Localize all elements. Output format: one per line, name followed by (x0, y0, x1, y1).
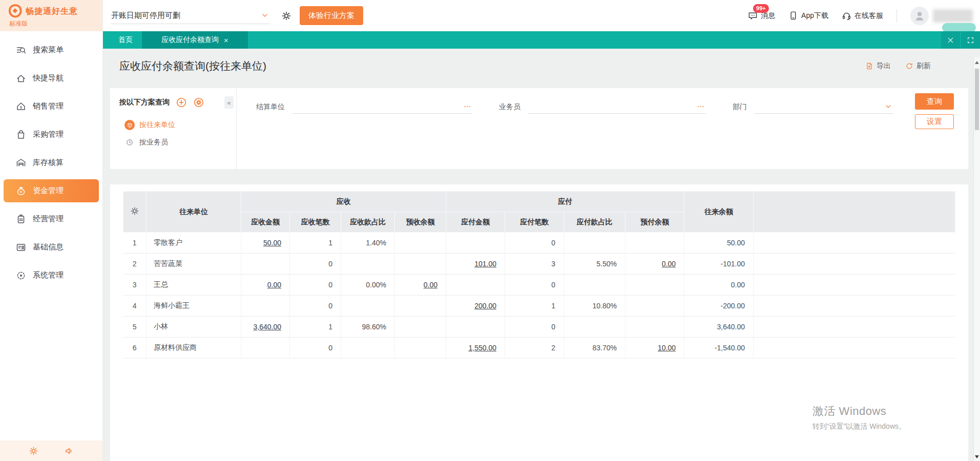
pre-pay-balance (625, 275, 684, 296)
tab-balance-query[interactable]: 应收应付余额查询 × (142, 31, 248, 49)
pre-pay-balance[interactable]: 10.00 (625, 338, 684, 359)
sidebar-item-sales[interactable]: $ 销售管理 (4, 95, 99, 118)
pre-receive-balance[interactable]: 0.00 (395, 275, 446, 296)
receivable-amount (241, 254, 290, 275)
chevron-down-icon[interactable] (884, 102, 892, 111)
field-input[interactable] (754, 99, 893, 114)
ellipsis-icon[interactable] (697, 102, 705, 111)
receivable-count: 0 (290, 254, 341, 275)
refresh-label: 刷新 (916, 61, 931, 71)
payable-ratio-header: 应付款占比 (564, 212, 625, 233)
entity-name: 零散客户 (147, 233, 241, 254)
online-service-button[interactable]: 在线客服 (842, 11, 883, 20)
cube-icon (124, 120, 135, 130)
payable-count-header: 应付笔数 (505, 212, 564, 233)
fullscreen-icon[interactable] (961, 31, 980, 49)
sidebar-item-label: 库存核算 (33, 158, 64, 167)
payable-group-header: 应付 (446, 192, 684, 212)
receivable-count: 0 (290, 338, 341, 359)
sidebar-item-operations[interactable]: 经营管理 (4, 207, 99, 230)
row-index: 4 (123, 296, 147, 317)
scheme-label: 按业务员 (139, 138, 168, 147)
vertical-scrollbar[interactable] (973, 57, 980, 461)
message-badge: 99+ (753, 4, 769, 13)
scheme-settings-gear-icon[interactable] (193, 97, 204, 108)
payable-amount[interactable]: 101.00 (446, 254, 505, 275)
sidebar-item-purchase[interactable]: 采购管理 (4, 123, 99, 146)
app-download-button[interactable]: App下载 (788, 11, 828, 20)
topbar: 开账日期可停用可删 体验行业方案 99+ 消息 App下载 在线客服 (103, 0, 980, 31)
payable-amount (446, 233, 505, 254)
pre-receive-balance-header: 预收余额 (395, 212, 446, 233)
pre-pay-balance (625, 296, 684, 317)
scrollbar-thumb[interactable] (975, 69, 979, 130)
collapse-panel-icon[interactable]: « (224, 96, 234, 109)
scheme-label: 按往来单位 (139, 120, 175, 130)
export-button[interactable]: 导出 (865, 61, 891, 71)
sidebar-item-base-info[interactable]: 基础信息 (4, 236, 99, 259)
query-button[interactable]: 查询 (915, 93, 954, 110)
tab-close-icon[interactable]: × (224, 36, 228, 44)
messages-button[interactable]: 99+ 消息 (748, 11, 775, 20)
announcement-speaker-icon[interactable] (65, 446, 74, 456)
sidebar-item-home[interactable]: 快捷导航 (4, 67, 99, 90)
sidebar-item-system[interactable]: 系统管理 (4, 264, 99, 287)
receivable-amount[interactable]: 50.00 (241, 233, 290, 254)
sidebar-item-label: 快捷导航 (33, 73, 64, 83)
base-info-icon (16, 242, 26, 253)
field-input[interactable] (292, 99, 472, 114)
filter-field-0: 结算单位 (256, 99, 472, 114)
pre-receive-balance (395, 338, 446, 359)
column-settings-gear-icon[interactable] (130, 206, 139, 216)
payable-amount[interactable]: 200.00 (446, 296, 505, 317)
receivable-ratio: 0.00% (341, 275, 395, 296)
current-balance: 3,640.00 (684, 317, 754, 338)
brand-logo-area: 畅捷通好生意 标准版 (0, 0, 102, 31)
sidebar-item-funds[interactable]: ¥ 资金管理 (4, 179, 99, 202)
scheme-item[interactable]: 按往来单位 (124, 118, 236, 132)
account-set-label: 开账日期可停用可删 (111, 11, 180, 20)
scheme-item[interactable]: 按业务员 (124, 136, 236, 149)
row-index: 3 (123, 275, 147, 296)
username-redacted (933, 9, 973, 23)
receivable-ratio-header: 应收款占比 (341, 212, 395, 233)
settings-gear-icon[interactable] (29, 446, 38, 456)
field-input[interactable] (528, 99, 706, 114)
settings-button[interactable]: 设置 (915, 114, 954, 129)
home-icon (16, 73, 26, 83)
inventory-icon (16, 158, 26, 168)
user-account-menu[interactable] (910, 7, 973, 25)
search-menu-icon (16, 45, 26, 55)
empty-cell (754, 317, 955, 338)
close-all-tabs-icon[interactable] (941, 31, 960, 49)
pre-pay-balance[interactable]: 0.00 (625, 254, 684, 275)
scroll-up-arrow-icon[interactable] (975, 61, 979, 64)
table-row: 4 海鲜小霸王0200.00110.80%-200.00 (123, 296, 955, 317)
table-row: 2 苦苦蔬菜0101.0035.50%0.00-101.00 (123, 254, 955, 275)
row-index: 5 (123, 317, 147, 338)
account-settings-gear-icon[interactable] (281, 11, 291, 21)
payable-amount[interactable]: 1,550.00 (446, 338, 505, 359)
receivable-amount[interactable]: 3,640.00 (241, 317, 290, 338)
payable-ratio (564, 275, 625, 296)
pre-receive-balance (395, 296, 446, 317)
sidebar-item-label: 资金管理 (33, 186, 64, 196)
pre-receive-balance (395, 233, 446, 254)
scroll-down-arrow-icon[interactable] (975, 455, 979, 458)
payable-count: 3 (505, 254, 564, 275)
tab-home[interactable]: 首页 (109, 31, 142, 49)
sidebar-item-search-menu[interactable]: 搜索菜单 (4, 38, 99, 61)
add-scheme-icon[interactable] (176, 97, 187, 108)
sales-icon: $ (16, 101, 26, 112)
industry-solution-button[interactable]: 体验行业方案 (300, 6, 363, 25)
receivable-amount[interactable]: 0.00 (241, 275, 290, 296)
account-set-dropdown[interactable]: 开账日期可停用可删 (110, 8, 270, 24)
field-label: 结算单位 (256, 102, 285, 112)
ellipsis-icon[interactable] (463, 102, 471, 111)
refresh-button[interactable]: 刷新 (905, 61, 931, 71)
sidebar-item-inventory[interactable]: 库存核算 (4, 151, 99, 174)
tab-label: 应收应付余额查询 (161, 35, 219, 45)
chevron-down-icon (261, 11, 269, 19)
watermark-line1: 激活 Windows (812, 404, 906, 419)
pre-pay-balance (625, 317, 684, 338)
